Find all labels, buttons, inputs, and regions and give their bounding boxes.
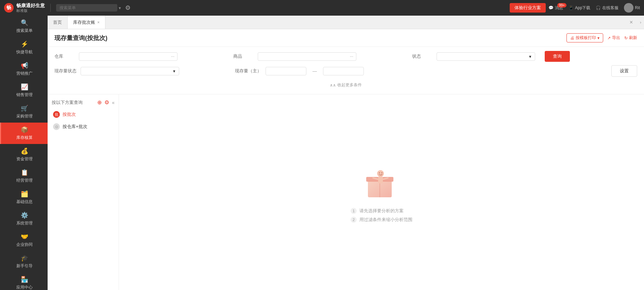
sidebar-item-sales[interactable]: 📈 销售管理 — [0, 80, 48, 101]
top-bar: 畅 畅康通好生意 标准版 ▾ ⚙ 体验行业方案 💬 消息 99+ 📱 App下载… — [0, 0, 644, 16]
store-icon: 🏪 — [21, 276, 28, 283]
print-chevron-icon: ▾ — [597, 36, 599, 40]
sidebar-item-quick-nav[interactable]: ⚡ 快捷导航 — [0, 37, 48, 58]
sidebar-item-operation[interactable]: 📋 经营管理 — [0, 165, 48, 187]
left-panel-actions: ⊕ ⚙ « — [97, 99, 115, 106]
plan-label-by-batch: 按批次 — [63, 111, 76, 117]
refresh-icon: ↻ — [624, 36, 628, 40]
chevron-down-icon: ▾ — [119, 5, 121, 11]
sidebar-item-finance[interactable]: 💰 资金管理 — [0, 144, 48, 165]
collapse-row[interactable]: ∧∧ 收起更多条件 — [54, 80, 637, 90]
left-panel-title: 按以下方案查询 — [52, 99, 83, 106]
empty-illustration — [361, 162, 402, 202]
clipboard-icon: 📋 — [21, 169, 28, 176]
sidebar-item-appstore[interactable]: 🏪 应用中心 — [0, 272, 48, 290]
page-header: 现存量查询(按批次) 🖨 按模板打印 ▾ ↗ 导出 ↻ 刷新 — [48, 29, 644, 47]
goods-input-wrap: ··· — [258, 52, 356, 61]
printer-icon: 🖨 — [570, 36, 574, 40]
sidebar-item-enterprise[interactable]: 🤝 企业协同 — [0, 230, 48, 251]
empty-tip-2: 2 用过滤条件来缩小分析范围 — [351, 217, 412, 223]
goods-input[interactable] — [261, 54, 350, 59]
sidebar-item-purchase[interactable]: 🛒 采购管理 — [0, 101, 48, 123]
tab-close-panel-btn[interactable]: ✕ — [625, 16, 637, 29]
filter-row-2: 现存量状态 ▾ 现存量（主） — 设置 — [54, 65, 637, 77]
sidebar-item-label: 资金管理 — [16, 156, 33, 162]
collapse-panel-icon[interactable]: « — [112, 100, 115, 105]
handshake-icon: 🤝 — [21, 233, 28, 240]
messages-button[interactable]: 💬 消息 99+ — [548, 5, 563, 11]
sidebar-item-system[interactable]: ⚙️ 系统管理 — [0, 208, 48, 230]
sidebar-item-label: 搜索菜单 — [16, 28, 33, 34]
plan-settings-icon[interactable]: ⚙ — [104, 99, 109, 106]
qty-to-input[interactable] — [326, 69, 383, 74]
trial-button[interactable]: 体验行业方案 — [510, 3, 546, 13]
qty-from-input[interactable] — [269, 69, 326, 74]
warehouse-label: 仓库 — [54, 53, 75, 59]
sidebar-item-search[interactable]: 🔍 搜索菜单 — [0, 16, 48, 37]
sidebar-item-marketing[interactable]: 📢 营销推广 — [0, 58, 48, 80]
warehouse-more[interactable]: ··· — [171, 54, 174, 59]
plan-icon-batch: 批 — [53, 111, 60, 118]
message-icon: 💬 — [548, 5, 554, 10]
online-service-button[interactable]: 🎧 在线客服 — [596, 5, 618, 11]
warehouse-input-wrap: ··· — [79, 52, 177, 61]
chart-icon: 📈 — [21, 83, 28, 91]
messages-badge: 99+ — [557, 3, 566, 7]
tab-inventory-batch[interactable]: 库存批次账 × — [68, 16, 105, 29]
tab-more-icon[interactable]: › — [637, 16, 644, 29]
graduation-icon: 🎓 — [21, 254, 28, 262]
qty-dash: — — [312, 69, 317, 74]
add-plan-icon[interactable]: ⊕ — [97, 99, 102, 106]
sidebar-item-label: 系统管理 — [16, 220, 33, 226]
page-header-actions: 🖨 按模板打印 ▾ ↗ 导出 ↻ 刷新 — [566, 33, 637, 47]
search-menu-area: ▾ — [56, 4, 121, 12]
left-panel: 按以下方案查询 ⊕ ⚙ « 批 按批次 ⊙ 按仓库+批次 — [48, 94, 119, 290]
sidebar-item-newbie[interactable]: 🎓 新手引导 — [0, 251, 48, 272]
tab-close-icon[interactable]: × — [97, 20, 100, 25]
inventory-qty-to-input — [323, 67, 364, 75]
lightning-icon: ⚡ — [21, 40, 28, 48]
export-icon: ↗ — [607, 36, 611, 40]
query-button[interactable]: 查询 — [545, 51, 570, 62]
sidebar-item-label: 营销推广 — [16, 71, 33, 76]
goods-label: 商品 — [233, 53, 254, 59]
empty-tip-1: 1 请先选择要分析的方案 — [351, 208, 412, 214]
search-menu-input[interactable] — [56, 4, 117, 12]
money-icon: 💰 — [21, 147, 28, 155]
collapse-chevron-up-icon: ∧∧ — [330, 83, 336, 88]
settings-gear-icon[interactable]: ⚙ — [125, 4, 131, 12]
app-brand: 畅康通好生意 标准版 — [16, 3, 45, 13]
inventory-status-select[interactable]: ▾ — [81, 67, 179, 75]
status-label: 状态 — [412, 53, 433, 59]
box-icon: 📦 — [21, 126, 28, 133]
user-avatar-area[interactable]: Rit — [624, 3, 640, 13]
sidebar-item-inventory[interactable]: 📦 库存核算 — [0, 123, 48, 144]
warehouse-input[interactable] — [82, 54, 171, 59]
svg-point-3 — [377, 170, 384, 177]
sidebar-item-label: 销售管理 — [16, 92, 33, 98]
status-select[interactable]: ▾ — [437, 52, 535, 61]
svg-rect-4 — [378, 177, 383, 183]
headset-icon: 🎧 — [596, 5, 601, 10]
cart-icon: 🛒 — [21, 105, 28, 112]
avatar — [624, 3, 633, 13]
svg-point-7 — [379, 173, 380, 174]
print-button[interactable]: 🖨 按模板打印 ▾ — [566, 33, 603, 42]
export-button[interactable]: ↗ 导出 — [607, 35, 620, 41]
sidebar-item-label: 企业协同 — [16, 242, 33, 248]
plan-item-by-warehouse-batch[interactable]: ⊙ 按仓库+批次 — [48, 121, 119, 133]
app-download-button[interactable]: 📱 App下载 — [569, 5, 590, 11]
folder-icon: 🗂️ — [21, 190, 28, 198]
status-chevron-icon: ▾ — [529, 54, 531, 59]
search-icon: 🔍 — [21, 19, 28, 26]
sidebar: 🔍 搜索菜单 ⚡ 快捷导航 📢 营销推广 📈 销售管理 🛒 采购管理 📦 库存核… — [0, 16, 48, 290]
sidebar-item-basic[interactable]: 🗂️ 基础信息 — [0, 187, 48, 208]
right-content: 1 请先选择要分析的方案 2 用过滤条件来缩小分析范围 — [119, 94, 644, 290]
settings-button[interactable]: 设置 — [611, 65, 637, 77]
plan-item-by-batch[interactable]: 批 按批次 — [48, 108, 119, 121]
tab-home[interactable]: 首页 — [48, 16, 68, 29]
top-bar-actions: 💬 消息 99+ 📱 App下载 🎧 在线客服 Rit — [548, 3, 640, 13]
inventory-status-label: 现存量状态 — [54, 68, 77, 74]
goods-more[interactable]: ··· — [350, 54, 353, 59]
refresh-button[interactable]: ↻ 刷新 — [624, 35, 637, 41]
